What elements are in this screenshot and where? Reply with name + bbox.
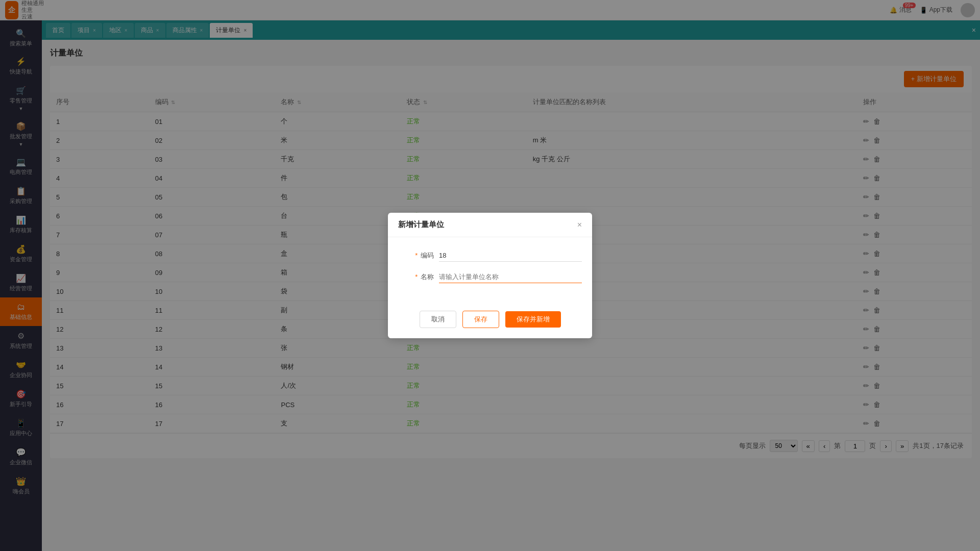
code-field-label: * 编码 <box>398 251 434 260</box>
code-field-input[interactable] <box>439 249 582 262</box>
cancel-button[interactable]: 取消 <box>420 311 456 328</box>
name-field-input[interactable] <box>439 271 582 283</box>
required-star: * <box>415 273 418 281</box>
modal-header: 新增计量单位 × <box>388 213 592 237</box>
modal-footer: 取消 保存 保存并新增 <box>388 305 592 338</box>
save-button[interactable]: 保存 <box>462 311 499 328</box>
code-field-row: * 编码 <box>398 249 582 262</box>
add-unit-modal: 新增计量单位 × * 编码 * 名称 取消 保存 保存并新增 <box>388 213 592 338</box>
modal-overlay[interactable]: 新增计量单位 × * 编码 * 名称 取消 保存 保存并新增 <box>0 0 980 551</box>
modal-title: 新增计量单位 <box>398 220 444 230</box>
save-and-new-button[interactable]: 保存并新增 <box>505 311 561 328</box>
modal-close-button[interactable]: × <box>577 220 582 230</box>
modal-body: * 编码 * 名称 <box>388 237 592 305</box>
name-field-label: * 名称 <box>398 272 434 282</box>
required-star: * <box>415 252 418 259</box>
name-field-row: * 名称 <box>398 271 582 283</box>
